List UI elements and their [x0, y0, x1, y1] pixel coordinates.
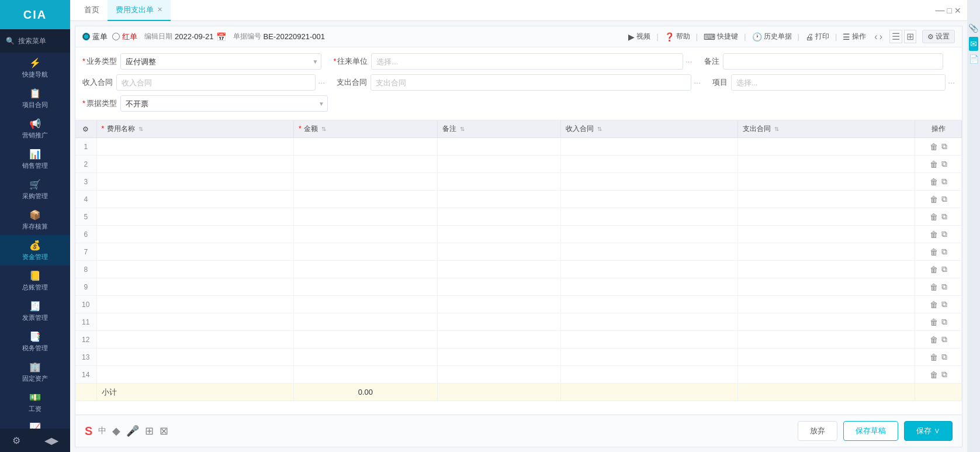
sidebar-item-marketing[interactable]: 📢 营销推广 — [0, 113, 70, 144]
counterparty-dots[interactable]: ··· — [685, 57, 692, 66]
copy-icon-12[interactable]: ⧉ — [941, 334, 947, 344]
expense-contract-cell-5[interactable] — [737, 208, 915, 226]
delete-icon-10[interactable]: 🗑 — [930, 300, 938, 309]
footer-icon-mic[interactable]: 🎤 — [126, 425, 139, 437]
expense-name-cell-14[interactable] — [96, 366, 293, 384]
save-draft-button[interactable]: 保存草稿 — [843, 421, 898, 441]
amount-cell-8[interactable] — [293, 261, 437, 278]
expense-name-cell-4[interactable] — [96, 191, 293, 208]
note-cell-14[interactable] — [437, 366, 560, 384]
shortcut-action[interactable]: ⌨ 快捷键 — [704, 32, 738, 42]
delete-icon-3[interactable]: 🗑 — [930, 177, 938, 187]
copy-icon-1[interactable]: ⧉ — [941, 142, 947, 151]
tab-expense-bill[interactable]: 费用支出单 ✕ — [108, 0, 171, 21]
radio-blue-label[interactable]: 蓝单 — [82, 32, 108, 42]
footer-icon-grid2[interactable]: ⊠ — [160, 425, 168, 437]
business-type-select[interactable]: 应付调整 — [120, 53, 321, 70]
expense-contract-cell-11[interactable] — [737, 313, 915, 331]
delete-icon-13[interactable]: 🗑 — [930, 353, 938, 362]
income-contract-cell-8[interactable] — [561, 261, 738, 278]
sidebar-item-quick-nav[interactable]: ⚡ 快捷导航 — [0, 53, 70, 83]
expense-contract-cell-9[interactable] — [737, 278, 915, 296]
expense-contract-cell-2[interactable] — [737, 156, 915, 173]
amount-cell-6[interactable] — [293, 226, 437, 243]
expense-name-cell-6[interactable] — [96, 226, 293, 243]
income-contract-cell-1[interactable] — [561, 138, 738, 156]
income-contract-cell-10[interactable] — [561, 296, 738, 313]
copy-icon-5[interactable]: ⧉ — [941, 212, 947, 222]
delete-icon-4[interactable]: 🗑 — [930, 195, 938, 204]
delete-icon-12[interactable]: 🗑 — [930, 335, 938, 344]
video-action[interactable]: ▶ 视频 — [628, 32, 650, 42]
amount-cell-4[interactable] — [293, 191, 437, 208]
income-contract-input[interactable] — [116, 74, 316, 91]
sidebar-item-salary[interactable]: 💵 工资 — [0, 387, 70, 418]
note-cell-2[interactable] — [437, 156, 560, 173]
window-minimize-btn[interactable]: — — [936, 5, 945, 16]
window-maximize-btn[interactable]: □ — [947, 6, 952, 15]
copy-icon-7[interactable]: ⧉ — [941, 247, 947, 257]
invoice-type-select[interactable]: 不开票 — [120, 95, 328, 112]
note-cell-4[interactable] — [437, 191, 560, 208]
note-cell-12[interactable] — [437, 331, 560, 349]
expense-name-cell-5[interactable] — [96, 208, 293, 226]
radio-red-label[interactable]: 红单 — [112, 32, 137, 42]
abandon-button[interactable]: 放弃 — [798, 421, 837, 441]
expense-contract-cell-10[interactable] — [737, 296, 915, 313]
help-action[interactable]: ❓ 帮助 — [664, 32, 690, 42]
expense-name-cell-9[interactable] — [96, 278, 293, 296]
sidebar-item-fixed-assets[interactable]: 🏢 固定资产 — [0, 357, 70, 387]
project-input[interactable] — [731, 74, 946, 91]
expense-contract-cell-3[interactable] — [737, 173, 915, 191]
print-action[interactable]: 🖨 打印 — [805, 32, 829, 42]
sidebar-item-accounting[interactable]: 📒 总账管理 — [0, 265, 70, 296]
delete-icon-8[interactable]: 🗑 — [930, 265, 938, 274]
copy-icon-14[interactable]: ⧉ — [941, 370, 947, 379]
copy-icon-3[interactable]: ⧉ — [941, 177, 947, 187]
amount-cell-9[interactable] — [293, 278, 437, 296]
right-panel-msg[interactable]: ✉ — [969, 37, 978, 51]
th-config[interactable]: ⚙ — [75, 120, 96, 138]
expense-contract-cell-8[interactable] — [737, 261, 915, 278]
note-cell-10[interactable] — [437, 296, 560, 313]
footer-icon-zh[interactable]: 中 — [98, 426, 106, 436]
amount-cell-14[interactable] — [293, 366, 437, 384]
expense-name-cell-2[interactable] — [96, 156, 293, 173]
copy-icon-10[interactable]: ⧉ — [941, 299, 947, 309]
note-cell-7[interactable] — [437, 243, 560, 261]
income-contract-cell-14[interactable] — [561, 366, 738, 384]
copy-icon-8[interactable]: ⧉ — [941, 264, 947, 274]
counterparty-input[interactable] — [371, 53, 683, 70]
sidebar-item-inventory[interactable]: 📦 库存核算 — [0, 205, 70, 235]
copy-icon-9[interactable]: ⧉ — [941, 282, 947, 292]
note-cell-6[interactable] — [437, 226, 560, 243]
income-contract-cell-7[interactable] — [561, 243, 738, 261]
expense-contract-cell-12[interactable] — [737, 331, 915, 349]
amount-cell-3[interactable] — [293, 173, 437, 191]
sidebar-item-capital[interactable]: 💰 资金管理 — [0, 235, 70, 265]
income-contract-cell-13[interactable] — [561, 349, 738, 366]
note-cell-8[interactable] — [437, 261, 560, 278]
expense-contract-cell-4[interactable] — [737, 191, 915, 208]
note-cell-9[interactable] — [437, 278, 560, 296]
sort-expense-name[interactable]: ⇅ — [138, 126, 143, 132]
expense-name-cell-1[interactable] — [96, 138, 293, 156]
delete-icon-7[interactable]: 🗑 — [930, 247, 938, 257]
sort-note[interactable]: ⇅ — [460, 126, 465, 132]
income-contract-cell-5[interactable] — [561, 208, 738, 226]
expense-contract-input[interactable] — [370, 74, 691, 91]
delete-icon-1[interactable]: 🗑 — [930, 142, 938, 151]
sidebar-item-purchase[interactable]: 🛒 采购管理 — [0, 174, 70, 205]
expense-contract-cell-6[interactable] — [737, 226, 915, 243]
income-contract-cell-12[interactable] — [561, 331, 738, 349]
sort-expense-contract[interactable]: ⇅ — [774, 126, 779, 132]
amount-cell-1[interactable] — [293, 138, 437, 156]
delete-icon-14[interactable]: 🗑 — [930, 370, 938, 379]
footer-icon-grid1[interactable]: ⊞ — [145, 425, 154, 437]
delete-icon-6[interactable]: 🗑 — [930, 230, 938, 239]
copy-icon-4[interactable]: ⧉ — [941, 194, 947, 204]
note-cell-3[interactable] — [437, 173, 560, 191]
sidebar-item-invoice[interactable]: 🧾 发票管理 — [0, 296, 70, 326]
right-panel-doc[interactable]: 📄 — [969, 54, 979, 64]
note-cell-5[interactable] — [437, 208, 560, 226]
